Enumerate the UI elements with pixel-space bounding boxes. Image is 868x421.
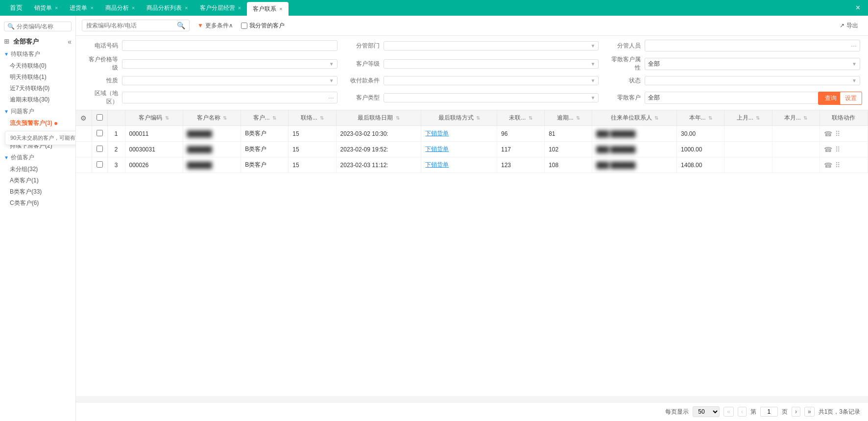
action-icons-group: ☎ ⠿ — [824, 146, 864, 153]
filter-phone-input[interactable] — [122, 40, 338, 51]
filter-dept-select[interactable]: ▼ — [384, 41, 599, 50]
sidebar-item-2-0[interactable]: 未分组(32) — [0, 164, 75, 175]
action-contact-icon[interactable]: ☎ — [824, 130, 832, 138]
nav-tab-商品分析列表[interactable]: 商品分析列表× — [141, 0, 193, 16]
main-search-input[interactable] — [86, 22, 177, 29]
sidebar-section-title-1[interactable]: ▼问题客户 — [0, 105, 75, 118]
last-method-link[interactable]: 下销货单 — [425, 146, 449, 152]
action-more-icon[interactable]: ⠿ — [835, 130, 840, 138]
action-more-icon[interactable]: ⠿ — [835, 146, 840, 153]
col-header-uncontacted: 未联... ⇅ — [497, 110, 544, 126]
my-customers-checkbox[interactable]: 我分管的客户 — [241, 22, 285, 30]
tab-close-icon[interactable]: × — [90, 5, 93, 11]
row-settings-cell — [76, 126, 92, 142]
row-num: 3 — [107, 157, 125, 173]
sort-uncontacted-icon[interactable]: ⇅ — [529, 115, 532, 121]
filter-status-select[interactable]: ▼ — [645, 76, 860, 85]
sidebar-item-2-3[interactable]: C类客户(6) — [0, 198, 75, 209]
sidebar-item-0-2[interactable]: 近7天待联络(0) — [0, 83, 75, 94]
tab-close-icon[interactable]: × — [185, 5, 188, 11]
row-checkbox[interactable] — [96, 130, 103, 136]
export-button[interactable]: ↗ 导出 — [836, 20, 862, 31]
filter-price-level-select[interactable]: ▼ — [122, 59, 338, 69]
row-checkbox[interactable] — [96, 161, 103, 168]
table-row: 3 000026 ██████ B类客户 15 2023-02-03 11:12… — [76, 157, 868, 173]
sort-last-method-icon[interactable]: ⇅ — [476, 115, 480, 121]
sidebar-search-input[interactable] — [17, 23, 68, 30]
sidebar-item-0-1[interactable]: 明天待联络(1) — [0, 72, 75, 83]
page-size-select[interactable]: 50 20 100 — [693, 406, 720, 417]
sidebar-item-2-1[interactable]: A类客户(1) — [0, 175, 75, 186]
row-contact: 15 — [289, 126, 336, 142]
sort-last-month-icon[interactable]: ⇅ — [756, 115, 760, 121]
row-this-year: 1408.00 — [677, 157, 724, 173]
next-page-button[interactable]: › — [792, 407, 800, 417]
sidebar-section-title-2[interactable]: ▼价值客户 — [0, 151, 75, 164]
main-search-box[interactable]: 🔍 — [82, 20, 190, 31]
sort-code-icon[interactable]: ⇅ — [165, 115, 169, 121]
nav-tab-进货单[interactable]: 进货单× — [64, 0, 99, 16]
last-page-button[interactable]: » — [804, 407, 815, 417]
col-header-type: 客户... ⇅ — [241, 110, 289, 126]
sort-type-icon[interactable]: ⇅ — [272, 115, 276, 121]
filter-payment-select[interactable]: ▼ — [384, 76, 599, 85]
prev-page-button[interactable]: ‹ — [738, 407, 747, 417]
sort-this-year-icon[interactable]: ⇅ — [708, 115, 712, 121]
select-all-checkbox[interactable] — [96, 114, 103, 121]
pagination-bar: 每页显示 50 20 100 « ‹ 第 页 › » 共1页，3条记录 — [76, 402, 868, 421]
filter-icon: ▼ — [197, 22, 203, 29]
sort-contact-icon[interactable]: ⇅ — [320, 115, 324, 121]
sidebar-item-2-2[interactable]: B类客户(33) — [0, 186, 75, 198]
page-number-input[interactable] — [760, 407, 778, 417]
row-checkbox-cell[interactable] — [92, 126, 107, 142]
row-checkbox-cell[interactable] — [92, 142, 107, 157]
filter-manager-select[interactable]: ··· — [645, 40, 860, 51]
horizontal-scrollbar[interactable] — [76, 396, 868, 402]
sidebar-item-1-0[interactable]: 流失预警客户(3) — [0, 118, 75, 129]
last-method-link[interactable]: 下销货单 — [425, 130, 449, 137]
nav-tab-客户分层经营[interactable]: 客户分层经营× — [194, 0, 247, 16]
sidebar-collapse-icon[interactable]: « — [68, 38, 72, 46]
first-page-button[interactable]: « — [723, 407, 734, 417]
row-checkbox-cell[interactable] — [92, 157, 107, 173]
row-checkbox[interactable] — [96, 146, 103, 152]
sort-overdue-icon[interactable]: ⇅ — [576, 115, 580, 121]
sidebar-item-0-0[interactable]: 今天待联络(0) — [0, 60, 75, 72]
manager-select-dots: ··· — [851, 42, 857, 50]
filter-nature-select[interactable]: ▼ — [122, 76, 338, 85]
my-customers-checkbox-input[interactable] — [241, 23, 247, 29]
row-this-month — [772, 157, 820, 173]
sidebar-item-0-3[interactable]: 逾期未联络(30) — [0, 94, 75, 105]
tab-close-icon[interactable]: × — [55, 5, 58, 11]
filter-region-select[interactable]: ··· — [122, 92, 338, 103]
filter-settings-button[interactable]: 设置 — [840, 92, 862, 105]
action-contact-icon[interactable]: ☎ — [824, 146, 832, 153]
tab-close-icon[interactable]: × — [238, 5, 241, 11]
sidebar-search-box[interactable]: 🔍 — [4, 22, 72, 31]
region-select-dots: ··· — [328, 94, 334, 101]
filter-cust-type-select[interactable]: ▼ — [384, 93, 599, 102]
sort-this-month-icon[interactable]: ⇅ — [803, 115, 807, 121]
filter-customer-level-select[interactable]: ▼ — [384, 59, 599, 69]
sort-last-date-icon[interactable]: ⇅ — [396, 115, 400, 121]
table-settings-icon[interactable]: ⚙ — [80, 114, 87, 122]
more-conditions-button[interactable]: ▼ 更多条件 ∧ — [193, 20, 237, 31]
window-close-button[interactable]: × — [852, 3, 864, 12]
last-method-link[interactable]: 下销货单 — [425, 161, 449, 168]
row-overdue: 81 — [545, 126, 592, 142]
nav-tab-客户联系[interactable]: 客户联系× — [247, 2, 288, 16]
nav-tab-首页[interactable]: 首页 — [4, 0, 28, 16]
sort-contact-person-icon[interactable]: ⇅ — [654, 115, 658, 121]
tab-close-icon[interactable]: × — [279, 6, 282, 12]
action-more-icon[interactable]: ⠿ — [835, 161, 840, 169]
nav-tab-商品分析[interactable]: 商品分析× — [99, 0, 141, 16]
filter-zero-attr-select[interactable]: 全部 ▼ — [645, 58, 860, 70]
nav-tab-销货单[interactable]: 销货单× — [28, 0, 64, 16]
sidebar-section-title-0[interactable]: ▼待联络客户 — [0, 48, 75, 60]
sort-name-icon[interactable]: ⇅ — [223, 115, 227, 121]
tooltip-box: 90天未交易的客户，可能有流失风险。 — [5, 131, 76, 145]
main-search-button[interactable]: 🔍 — [177, 22, 185, 29]
action-contact-icon[interactable]: ☎ — [824, 161, 832, 169]
tab-close-icon[interactable]: × — [132, 5, 135, 11]
top-nav-bar: 首页销货单×进货单×商品分析×商品分析列表×客户分层经营×客户联系× × — [0, 0, 868, 16]
